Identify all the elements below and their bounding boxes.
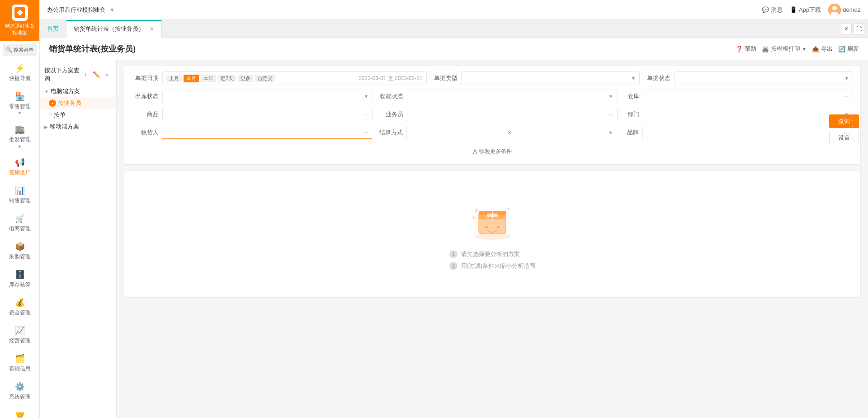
- settlement-label: 结算方式: [376, 128, 403, 137]
- date-more[interactable]: 更多: [238, 75, 253, 82]
- user-profile[interactable]: demo2: [828, 4, 861, 16]
- payment-status-filter[interactable]: ▼: [407, 90, 617, 103]
- svg-rect-10: [487, 214, 498, 217]
- sales-icon: 📊: [15, 185, 25, 195]
- tree-item-label: 移动端方案: [50, 123, 79, 131]
- logo[interactable]: 畅捷通好生意 标准版: [0, 0, 39, 41]
- help-btn[interactable]: ❓ 帮助: [736, 45, 756, 53]
- main-area: 办公用品行业模拟账套 ▼ 💬 消息 📱 App下载 demo2 首页: [40, 0, 868, 418]
- sidebar-item-finance[interactable]: 💰 资金管理: [0, 293, 39, 321]
- avatar: [828, 4, 841, 16]
- messages-btn[interactable]: 💬 消息: [762, 6, 783, 14]
- settlement-filter[interactable]: ✕ ▼: [406, 126, 617, 139]
- tree-item-bystaff[interactable]: • 按业务员: [40, 97, 116, 109]
- refresh-btn[interactable]: 🔄 刷新: [838, 45, 859, 53]
- svg-point-14: [507, 208, 509, 210]
- inventory-icon: 🗄️: [15, 270, 25, 280]
- tree-item-mobile[interactable]: ▶ 移动端方案: [40, 121, 116, 133]
- tree-item-byorder[interactable]: ≡ 按单: [40, 109, 116, 121]
- doc-status-filter[interactable]: ▼: [674, 71, 853, 85]
- basic-icon: 🗂️: [15, 354, 25, 364]
- collapse-panel-btn[interactable]: «: [103, 70, 112, 79]
- out-status-filter[interactable]: ▼: [162, 90, 373, 103]
- tree-item-desktop[interactable]: ▼ 电脑端方案: [40, 86, 116, 97]
- add-scheme-btn[interactable]: +: [81, 70, 90, 79]
- doc-type-filter[interactable]: ▼: [461, 71, 640, 85]
- tab-close-window-btn[interactable]: ✕: [841, 24, 852, 34]
- brand-filter[interactable]: ···: [642, 126, 853, 139]
- edit-scheme-btn[interactable]: ✏️: [92, 70, 101, 79]
- export-label: 导出: [821, 45, 833, 53]
- topbar-dropdown-icon[interactable]: ▼: [109, 7, 115, 13]
- left-panel-label: 按以下方案查询: [44, 66, 81, 83]
- staff-label: 业务员: [376, 110, 403, 119]
- left-panel-header: 按以下方案查询 + ✏️ «: [40, 64, 116, 86]
- dept-filter[interactable]: ▼: [643, 108, 853, 121]
- svg-point-11: [485, 226, 488, 228]
- page-header: 销货单统计表(按业务员) ❓ 帮助 🖨️ 按模板打印 ▼ 📤 导出 🔄 刷: [40, 38, 868, 60]
- date-last-month[interactable]: 上月: [166, 75, 182, 82]
- export-btn[interactable]: 📤 导出: [812, 45, 833, 53]
- date-custom[interactable]: 自定义: [255, 75, 275, 82]
- app-download-btn[interactable]: 📱 App下载: [790, 6, 821, 14]
- empty-hints: 1 请先选择要分析的方案 2 用[过滤]条件来缩小分析范围: [449, 250, 535, 270]
- consignee-dots-icon: ···: [363, 128, 368, 136]
- hint-item-1: 1 请先选择要分析的方案: [449, 250, 535, 258]
- wholesale-icon: 🏬: [15, 124, 25, 134]
- staff-dots-icon: ···: [608, 111, 613, 118]
- warehouse-filter[interactable]: ···: [643, 90, 853, 103]
- filter-row-3: 商品 ··· 业务员 ··· 部门 ▼: [132, 108, 853, 121]
- tree-order-icon: ≡: [49, 112, 52, 118]
- logo-text: 畅捷通好生意: [5, 23, 35, 29]
- date-this-year[interactable]: 本年: [201, 75, 216, 82]
- sidebar-item-enterprise[interactable]: 🤝 企业协同: [0, 405, 39, 418]
- date-filter[interactable]: 上月 本月 本年 近7天 更多 自定义 2023-03-01 至 2023-03…: [162, 71, 427, 85]
- out-status-chevron-icon: ▼: [363, 94, 368, 99]
- staff-filter[interactable]: ···: [407, 108, 617, 121]
- sidebar-item-system[interactable]: ⚙️ 系统管理: [0, 377, 39, 405]
- sidebar-item-inventory[interactable]: 🗄️ 库存核算: [0, 265, 39, 293]
- print-chevron-icon: ▼: [802, 47, 807, 52]
- tabbar: 首页 销货单统计表（按业务员） ✕ ✕ ⛶: [40, 20, 868, 38]
- sidebar-item-ecommerce[interactable]: 🛒 电商管理: [0, 209, 39, 237]
- sidebar-item-wholesale[interactable]: 🏬 批发管理 ▲: [0, 120, 39, 153]
- search-nav[interactable]: 🔍 搜索菜单: [3, 44, 37, 56]
- report-tab-label: 销货单统计表（按业务员）: [74, 25, 144, 33]
- system-icon: ⚙️: [15, 382, 25, 392]
- tab-home[interactable]: 首页: [40, 20, 66, 38]
- sidebar-item-basic[interactable]: 🗂️ 基础信息: [0, 349, 39, 377]
- date-7days[interactable]: 近7天: [218, 75, 236, 82]
- sidebar-item-quicknav[interactable]: ⚡ 快捷导航: [0, 59, 39, 87]
- payment-status-chevron-icon: ▼: [609, 94, 613, 99]
- goods-filter[interactable]: ···: [162, 108, 373, 121]
- consignee-label: 收货人: [132, 128, 159, 137]
- sidebar-item-label: 批发管理: [9, 136, 31, 143]
- consignee-filter[interactable]: ···: [162, 126, 372, 139]
- sidebar-item-sales[interactable]: 📊 销售管理: [0, 181, 39, 209]
- sidebar-item-operations[interactable]: 📈 经营管理: [0, 321, 39, 349]
- doc-status-chevron-icon: ▼: [844, 76, 849, 81]
- tab-report[interactable]: 销货单统计表（按业务员） ✕: [66, 20, 162, 38]
- print-label: 按模板打印: [771, 45, 800, 53]
- doc-type-chevron-icon: ▼: [631, 76, 636, 81]
- hint-num-1: 1: [449, 250, 458, 258]
- topbar-right: 💬 消息 📱 App下载 demo2: [762, 4, 861, 16]
- finance-icon: 💰: [15, 298, 25, 308]
- tab-close-icon[interactable]: ✕: [150, 26, 154, 32]
- tab-maximize-btn[interactable]: ⛶: [854, 24, 864, 34]
- sidebar-item-retail[interactable]: 🏪 零售管理 ▼: [0, 87, 39, 120]
- topbar-title: 办公用品行业模拟账套: [47, 6, 106, 14]
- print-btn[interactable]: 🖨️ 按模板打印 ▼: [762, 45, 807, 53]
- date-this-month[interactable]: 本月: [184, 75, 199, 82]
- wholesale-expand-icon: ▲: [18, 143, 22, 148]
- settlement-clear-icon[interactable]: ✕: [507, 129, 512, 136]
- collapse-btn[interactable]: ⋀ 收起更多条件: [473, 147, 512, 155]
- left-panel: 按以下方案查询 + ✏️ « ▼ 电脑端方案 • 按业务员: [40, 60, 117, 418]
- dept-label: 部门: [621, 110, 639, 119]
- sidebar-item-purchase[interactable]: 📦 采购管理: [0, 237, 39, 265]
- collapse-label: 收起更多条件: [479, 147, 512, 155]
- sidebar-item-label: 系统管理: [9, 393, 31, 401]
- page-header-actions: ❓ 帮助 🖨️ 按模板打印 ▼ 📤 导出 🔄 刷新: [736, 45, 859, 58]
- payment-status-label: 收款状态: [376, 92, 403, 100]
- sidebar-item-marketing[interactable]: 📢 营销推广: [0, 153, 39, 181]
